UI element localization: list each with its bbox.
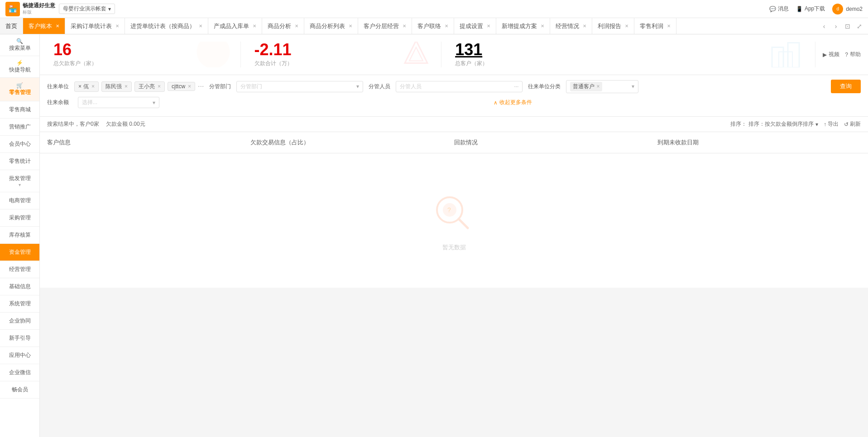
sidebar-item-marketing[interactable]: 营销推广	[0, 119, 39, 136]
sidebar-item-retail-manage[interactable]: 🛒 零售管理	[0, 78, 39, 101]
sidebar-item-ecommerce[interactable]: 电商管理	[0, 192, 39, 209]
person-select[interactable]: 分管人员 ···	[396, 81, 523, 92]
close-tab-icon[interactable]: ✕	[115, 24, 119, 28]
more-tags-btn[interactable]: ···	[198, 82, 204, 90]
sidebar-item-retail-mall[interactable]: 零售商城	[0, 101, 39, 119]
sort-select[interactable]: 排序： 排序：按欠款金额倒序排序 ▾	[730, 120, 818, 128]
export-btn[interactable]: ↑ 导出	[824, 120, 839, 128]
tab-customer-ledger[interactable]: 客户账本 ✕	[23, 18, 65, 34]
play-icon: ▶	[823, 52, 827, 58]
user-area[interactable]: d demo2	[832, 4, 863, 14]
query-button[interactable]: 查询	[831, 80, 861, 93]
filter-bar: 往来单位 × 佤 × 陈民强 × 王小亮 ×	[40, 75, 868, 117]
dept-filter-label: 分管部门	[209, 83, 231, 90]
remove-tag-icon[interactable]: ×	[158, 83, 161, 90]
unit-tag-3: 王小亮 ×	[134, 81, 165, 92]
close-tab-icon[interactable]: ✕	[667, 24, 671, 28]
close-tab-icon[interactable]: ✕	[445, 24, 448, 28]
sidebar-item-retail-stats[interactable]: 零售统计	[0, 153, 39, 170]
svg-text:¥: ¥	[210, 45, 217, 59]
collapse-btn[interactable]: ∧ 收起更多条件	[494, 99, 532, 106]
balance-select[interactable]: 选择... ▾	[78, 97, 159, 108]
nav-fullscreen-btn[interactable]: ⤢	[854, 21, 864, 31]
refresh-icon: ↺	[844, 121, 849, 128]
close-tab-icon[interactable]: ✕	[253, 24, 256, 28]
sidebar-item-enterprise-wechat[interactable]: 企业微信	[0, 364, 39, 381]
empty-state: ? 暂无数据	[40, 153, 868, 288]
stat-total-debt-customers: ¥ 16 总欠款客户（家）	[40, 42, 241, 67]
dept-select[interactable]: 分管部门 ▾	[236, 81, 363, 92]
sidebar-item-system[interactable]: 系统管理	[0, 295, 39, 313]
remove-tag-icon[interactable]: ×	[125, 83, 128, 90]
video-btn[interactable]: ▶ 视频	[823, 51, 839, 58]
sidebar-item-finance[interactable]: 资金管理	[0, 244, 39, 261]
sidebar-item-operations[interactable]: 经营管理	[0, 261, 39, 278]
sidebar-item-inventory[interactable]: 库存核算	[0, 227, 39, 244]
result-summary: 搜索结果中，客户0家 欠款金额 0.00元	[47, 120, 145, 128]
person-filter-label: 分管人员	[369, 83, 390, 90]
balance-filter-label: 往来余额	[47, 99, 69, 106]
top-bar-right: 💬 消息 📱 App下载 d demo2	[769, 4, 863, 14]
main-layout: 🔍 搜索菜单 ⚡ 快捷导航 🛒 零售管理 零售商城 营销推广 会员中心 零售统计…	[0, 34, 868, 437]
tab-profit-report[interactable]: 利润报告 ✕	[592, 18, 634, 34]
sidebar-quick-nav[interactable]: ⚡ 快捷导航	[0, 56, 39, 78]
tab-business-status[interactable]: 经营情况 ✕	[550, 18, 592, 34]
close-tab-icon[interactable]: ✕	[56, 24, 59, 28]
nav-expand-btn[interactable]: ⊡	[843, 21, 853, 31]
nav-prev-btn[interactable]: ‹	[819, 21, 829, 31]
close-tab-icon[interactable]: ✕	[487, 24, 490, 28]
svg-rect-6	[779, 52, 792, 67]
category-select[interactable]: 普通客户 × ▾	[566, 80, 638, 93]
sidebar-item-new-guide[interactable]: 新手引导	[0, 330, 39, 347]
sidebar: 🔍 搜索菜单 ⚡ 快捷导航 🛒 零售管理 零售商城 营销推广 会员中心 零售统计…	[0, 34, 40, 437]
close-tab-icon[interactable]: ✕	[199, 24, 202, 28]
close-tab-icon[interactable]: ✕	[349, 24, 352, 28]
data-table: 客户信息 欠款交易信息（占比） 回款情况 到期未收款日期 ? 暂无数据	[40, 132, 868, 288]
logo-icon: 🏪	[5, 2, 20, 16]
sidebar-item-basic-info[interactable]: 基础信息	[0, 278, 39, 295]
stat3-value: 131	[455, 42, 488, 58]
tab-product-analysis-list[interactable]: 商品分析列表 ✕	[304, 18, 358, 34]
coin-icon: ¥	[195, 42, 231, 67]
help-btn[interactable]: ? 帮助	[845, 51, 861, 58]
empty-label: 暂无数据	[442, 243, 466, 252]
logo-text: 畅捷通好生意	[23, 2, 55, 9]
tab-retail-profit[interactable]: 零售利润 ✕	[634, 18, 676, 34]
sidebar-item-wholesale[interactable]: 批发管理 ▾	[0, 170, 39, 192]
sidebar-item-member-center[interactable]: 会员中心	[0, 136, 39, 153]
close-tab-icon[interactable]: ✕	[583, 24, 586, 28]
tab-customer-tier[interactable]: 客户分层经营 ✕	[358, 18, 412, 34]
filter-row-1: 往来单位 × 佤 × 陈民强 × 王小亮 ×	[47, 80, 861, 93]
tab-stock-stats[interactable]: 进货单统计表（按商品） ✕	[125, 18, 208, 34]
nav-tabs-controls: ‹ › ⊡ ⤢	[815, 21, 868, 31]
col-customer-info: 客户信息	[47, 137, 250, 148]
tab-commission-setting[interactable]: 提成设置 ✕	[454, 18, 496, 34]
close-tab-icon[interactable]: ✕	[625, 24, 628, 28]
close-tab-icon[interactable]: ✕	[403, 24, 406, 28]
tab-product-inbound[interactable]: 产成品入库单 ✕	[208, 18, 262, 34]
tab-customer-contact[interactable]: 客户联络 ✕	[412, 18, 454, 34]
export-icon: ↑	[824, 121, 826, 128]
sidebar-item-purchase[interactable]: 采购管理	[0, 209, 39, 227]
nav-next-btn[interactable]: ›	[831, 21, 841, 31]
remove-tag-icon[interactable]: ×	[91, 83, 95, 90]
message-btn[interactable]: 💬 消息	[769, 5, 789, 13]
refresh-btn[interactable]: ↺ 刷新	[844, 120, 861, 128]
demo-selector[interactable]: 母婴行业演示帐套 ▾	[59, 4, 115, 14]
remove-tag-icon[interactable]: ×	[188, 83, 191, 90]
unit-tag-1: × 佤 ×	[74, 81, 99, 92]
app-download-btn[interactable]: 📱 App下载	[796, 5, 825, 13]
sort-chevron-icon: ▾	[815, 121, 818, 128]
tab-purchase-order[interactable]: 采购订单统计表 ✕	[65, 18, 125, 34]
tab-product-analysis[interactable]: 商品分析 ✕	[262, 18, 304, 34]
tab-add-commission[interactable]: 新增提成方案 ✕	[496, 18, 550, 34]
close-tab-icon[interactable]: ✕	[295, 24, 298, 28]
tab-home[interactable]: 首页	[0, 18, 23, 34]
sidebar-item-enterprise-collab[interactable]: 企业协同	[0, 313, 39, 330]
stat2-label: 欠款合计（万）	[254, 60, 293, 67]
close-tab-icon[interactable]: ✕	[541, 24, 544, 28]
sidebar-item-chang-member[interactable]: 畅会员	[0, 381, 39, 399]
sidebar-search[interactable]: 🔍 搜索菜单	[0, 34, 39, 56]
sidebar-item-app-center[interactable]: 应用中心	[0, 347, 39, 364]
remove-category-icon[interactable]: ×	[596, 83, 599, 90]
